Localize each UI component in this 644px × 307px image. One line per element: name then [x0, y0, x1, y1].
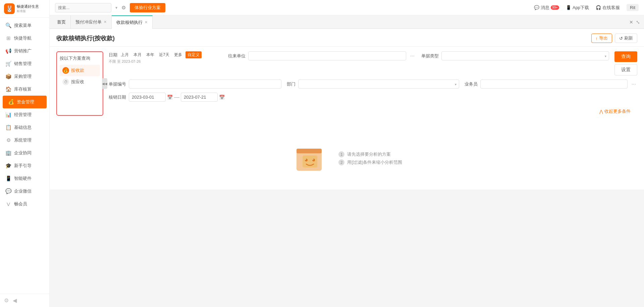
more-conditions-icon: ⋀ [599, 109, 603, 114]
search-icon: 🔍 [5, 22, 11, 29]
sidebar-item-quick-nav[interactable]: ⊞快捷导航 [0, 32, 49, 45]
tabbar-right: ✕ ⤡ [629, 19, 644, 25]
sidebar-item-enterprise[interactable]: 🏢企业协同 [0, 147, 49, 159]
date-shortcut-7days[interactable]: 近7天 [158, 51, 171, 58]
logo-title: 畅捷通好生意 [17, 4, 39, 9]
salesperson-dots-button[interactable]: ··· [630, 81, 637, 87]
sidebar-item-purchase[interactable]: 📦采购管理 [0, 70, 49, 83]
sidebar-item-guide[interactable]: 🎓新手引导 [0, 159, 49, 172]
dept-label: 部门 [287, 81, 296, 87]
logo-icon: 🐰 [4, 3, 15, 14]
logo-badge: 标准版 [17, 9, 39, 13]
empty-svg [291, 141, 328, 174]
message-icon: 💬 [534, 5, 539, 10]
verify-date-start-calendar-icon[interactable]: 📅 [167, 95, 173, 100]
refresh-button[interactable]: ↺ 刷新 [615, 34, 637, 43]
tab-receipt-label: 收款核销执行 [116, 19, 143, 25]
tab-expand-icon[interactable]: ⤡ [636, 19, 640, 25]
topbar-messages[interactable]: 💬 消息 99+ [534, 5, 559, 11]
sidebar-label-marketing: 营销推广 [14, 48, 32, 54]
counterparty-field: 往来单位 ··· [228, 51, 416, 60]
topbar-app-download[interactable]: 📱 App下载 [566, 5, 589, 11]
bill-no-input[interactable] [129, 80, 281, 89]
filter-option-by-receipt[interactable]: 💰 按收款 [60, 65, 100, 76]
guide-icon: 🎓 [5, 163, 11, 169]
bill-type-select[interactable] [441, 51, 609, 60]
query-button[interactable]: 查询 [614, 51, 637, 62]
date-shortcut-more[interactable]: 更多 [173, 51, 183, 58]
tab-home-label: 首页 [57, 19, 66, 25]
topbar-solution-button[interactable]: 体验行业方案 [130, 3, 165, 12]
date-shortcuts: 日期 上月 本月 本年 近7天 更多 自定义 [109, 51, 223, 58]
empty-hint-1-text: 请先选择要分析的方案 [347, 151, 391, 157]
sidebar-item-basic[interactable]: 📋基础信息 [0, 121, 49, 134]
sidebar-item-business[interactable]: 📊经营管理 [0, 108, 49, 121]
tab-prepay[interactable]: 预付冲应付单 ✕ [71, 15, 112, 29]
tab-receipt-close-icon[interactable]: ✕ [145, 20, 148, 24]
date-no-limit: 不限 [109, 59, 116, 63]
counterparty-input[interactable] [248, 51, 406, 60]
settings-footer-icon[interactable]: ⚙ [4, 297, 9, 304]
topbar-gear-icon[interactable]: ⚙ [121, 5, 126, 11]
collapse-footer-icon[interactable]: ◀ [13, 297, 17, 304]
date-shortcut-last-month[interactable]: 上月 [119, 51, 130, 58]
topbar-chevron-icon[interactable]: ▾ [115, 5, 117, 10]
svg-point-5 [305, 159, 306, 160]
verify-date-start-input[interactable] [129, 93, 166, 102]
tab-prepay-close-icon[interactable]: ✕ [104, 20, 107, 24]
filter-row-2: 单据编号 部门 ▾ 业务员 [109, 80, 637, 89]
filter-sidebar-title: 按以下方案查询 [60, 55, 100, 61]
topbar-search-input[interactable] [55, 3, 111, 12]
verify-date-group: 📅 — 📅 [129, 93, 225, 102]
sidebar-item-wechat[interactable]: 💬企业微信 [0, 185, 49, 198]
verify-date-end-calendar-icon[interactable]: 📅 [219, 95, 225, 100]
counterparty-dots-button[interactable]: ··· [409, 53, 416, 59]
receivable-option-label: 按应收 [71, 79, 84, 85]
sidebar-footer: ⚙ ◀ [0, 294, 49, 307]
sidebar-item-hardware[interactable]: 📱智能硬件 [0, 172, 49, 185]
sidebar-item-system[interactable]: ⚙系统管理 [0, 134, 49, 147]
tab-receipt[interactable]: 收款核销执行 ✕ [112, 15, 153, 29]
export-button[interactable]: ↑ 导出 [591, 34, 612, 43]
counterparty-label: 往来单位 [228, 53, 246, 59]
sidebar-item-marketing[interactable]: 📢营销推广 [0, 45, 49, 57]
sidebar-item-finance[interactable]: 💰资金管理 [3, 96, 47, 108]
filter-row-3: 核销日期 📅 — 📅 [109, 93, 637, 102]
tabbar: 首页 预付冲应付单 ✕ 收款核销执行 ✕ ✕ ⤡ [50, 15, 644, 29]
sidebar-label-guide: 新手引导 [14, 163, 32, 169]
sidebar-item-vip[interactable]: V畅会员 [0, 198, 49, 210]
setting-button[interactable]: 设置 [614, 64, 637, 75]
tab-close-all-icon[interactable]: ✕ [629, 19, 633, 25]
topbar-user[interactable]: Rit [627, 4, 639, 11]
sidebar-item-search[interactable]: 🔍搜索菜单 [0, 19, 49, 32]
dept-select-wrapper: ▾ [298, 80, 460, 89]
verify-date-field: 核销日期 📅 — 📅 [109, 93, 637, 102]
topbar-online-service[interactable]: 🎧 在线客服 [596, 5, 620, 11]
enterprise-icon: 🏢 [5, 150, 11, 156]
sidebar-item-inventory[interactable]: 🏠库存核算 [0, 83, 49, 96]
sidebar-item-sales[interactable]: 🛒销售管理 [0, 57, 49, 70]
sidebar-label-wechat: 企业微信 [14, 188, 32, 194]
action-buttons: 查询 设置 [614, 51, 637, 75]
dept-select[interactable] [298, 80, 460, 89]
app-label: App下载 [573, 5, 589, 11]
service-label: 在线客服 [602, 5, 620, 11]
bill-type-select-wrapper: ▾ [441, 51, 609, 60]
filter-collapse-button[interactable]: ◀◀ [102, 78, 107, 89]
export-icon: ↑ [596, 36, 598, 41]
tab-home[interactable]: 首页 [52, 15, 71, 29]
main-area: ▾ ⚙ 体验行业方案 💬 消息 99+ 📱 App下载 🎧 在线客服 Rit 首… [50, 0, 644, 307]
date-shortcut-this-month[interactable]: 本月 [132, 51, 143, 58]
verify-date-end-input[interactable] [181, 93, 218, 102]
date-shortcut-custom[interactable]: 自定义 [185, 51, 202, 58]
more-conditions-button[interactable]: ⋀ 收起更多条件 [599, 106, 631, 116]
date-shortcut-this-year[interactable]: 本年 [145, 51, 156, 58]
page-title-row: 收款核销执行(按收款) ↑ 导出 ↺ 刷新 [56, 34, 637, 46]
date-info: 不限 至 2023-07-26 [109, 59, 223, 64]
sidebar-label-hardware: 智能硬件 [14, 175, 32, 182]
more-conditions-label: 收起更多条件 [604, 108, 631, 114]
salesperson-input[interactable] [480, 80, 627, 89]
filter-option-by-receivable[interactable]: ⏱ 按应收 [60, 76, 100, 88]
receipt-option-icon: 💰 [62, 67, 69, 74]
sidebar-label-search: 搜索菜单 [14, 22, 32, 29]
